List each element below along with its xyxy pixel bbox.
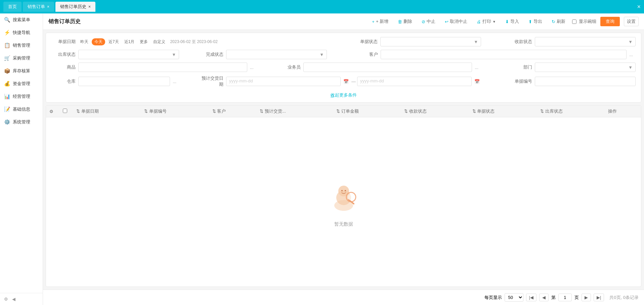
sidebar-item-search-menu[interactable]: 🔍 搜索菜单 xyxy=(0,13,43,26)
collapse-more-btn[interactable]: △ 收起更多条件 xyxy=(51,91,636,98)
warehouse-ellipsis[interactable]: ... xyxy=(170,79,179,84)
department-select[interactable]: ▼ xyxy=(535,63,636,72)
add-button[interactable]: + + 新增 xyxy=(369,17,391,26)
export-icon: ⬆ xyxy=(528,19,532,24)
cancel-stop-button[interactable]: ↩ 取消中止 xyxy=(442,17,470,26)
salesperson-label: 业务员 xyxy=(276,64,303,70)
close-tab-sales-order-history[interactable]: × xyxy=(88,4,91,9)
search-icon: 🔍 xyxy=(4,17,10,23)
display-columns-checkbox[interactable]: 显示碗细 xyxy=(572,18,596,25)
tab-home[interactable]: 首页 xyxy=(3,2,22,12)
sidebar-item-inventory[interactable]: 📦 库存核算 xyxy=(0,65,43,77)
order-status-select[interactable]: ▼ xyxy=(380,37,481,46)
last-page-btn[interactable]: ▶| xyxy=(594,294,604,301)
cart-icon: 🛒 xyxy=(4,55,10,61)
table-settings-icon[interactable]: ⚙ xyxy=(49,109,53,114)
cancel-stop-icon: ↩ xyxy=(445,19,448,24)
th-receipt-status: ⇅ 收款状态 xyxy=(401,106,469,117)
print-icon: 🖨 xyxy=(477,19,481,24)
query-button[interactable]: 查询 xyxy=(600,17,620,26)
receipt-status-chevron: ▼ xyxy=(628,39,633,44)
empty-icon-wrapper xyxy=(324,177,364,217)
sidebar-item-finance[interactable]: 💰 资金管理 xyxy=(0,77,43,90)
date-today[interactable]: 今天 xyxy=(92,38,105,45)
order-number-input[interactable] xyxy=(535,77,636,86)
settings-button[interactable]: 设置 xyxy=(624,17,639,26)
outbound-status-label: 出库状态 xyxy=(51,51,78,58)
window-close-btn[interactable]: × xyxy=(637,3,641,10)
filter-row-2: 出库状态 ▼ 完成状态 ▼ 客户 ... xyxy=(51,50,636,59)
date-filter-control: 昨天 今天 近7天 近1月 更多 自定义 2023-06-02 至 2023-0… xyxy=(78,38,313,45)
next-page-btn[interactable]: ▶ xyxy=(582,294,591,301)
date-shortcuts: 昨天 今天 近7天 近1月 更多 自定义 xyxy=(78,38,167,45)
refresh-button[interactable]: ↻ 刷新 xyxy=(549,17,568,26)
document-icon: 📝 xyxy=(4,106,10,112)
sidebar-item-operations[interactable]: 📊 经营管理 xyxy=(0,90,43,103)
display-columns-input[interactable] xyxy=(572,20,576,24)
completion-status-select[interactable]: ▼ xyxy=(226,50,327,59)
date-more[interactable]: 更多 xyxy=(138,38,150,45)
customer-input[interactable] xyxy=(381,50,627,59)
empty-text: 暂无数据 xyxy=(334,221,353,227)
stop-button[interactable]: ⊘ 中止 xyxy=(419,17,438,26)
filter-row-3: 商品 ... 业务员 ... 部门 ▼ xyxy=(51,63,636,72)
completion-status-chevron: ▼ xyxy=(319,52,324,57)
settings-icon[interactable]: ⚙ xyxy=(4,297,8,302)
salesperson-ellipsis[interactable]: ... xyxy=(472,65,481,70)
date-label: 单据日期 xyxy=(51,39,78,45)
sidebar-item-basic-info[interactable]: 📝 基础信息 xyxy=(0,103,43,116)
delete-button[interactable]: 🗑 删除 xyxy=(395,17,415,26)
empty-state: 暂无数据 xyxy=(46,117,641,287)
calendar-icon-end[interactable]: 📅 xyxy=(473,79,481,84)
date-yesterday[interactable]: 昨天 xyxy=(78,38,90,45)
chart-icon: 📊 xyxy=(4,93,10,100)
add-icon: + xyxy=(372,19,375,24)
date-custom[interactable]: 自定义 xyxy=(151,38,167,45)
warehouse-control: ... xyxy=(78,77,179,86)
refresh-icon: ↻ xyxy=(552,19,555,24)
first-page-btn[interactable]: |◀ xyxy=(526,294,536,301)
import-icon: ⬇ xyxy=(505,19,509,24)
expected-delivery-end[interactable]: yyyy-mm-dd xyxy=(357,77,472,86)
sidebar-item-purchase-mgmt[interactable]: 🛒 采购管理 xyxy=(0,52,43,65)
sidebar-item-quick-nav[interactable]: ⚡ 快捷导航 xyxy=(0,26,43,39)
expected-delivery-label: 预计交货日期 xyxy=(199,75,226,87)
outbound-status-select[interactable]: ▼ xyxy=(78,50,179,59)
department-label: 部门 xyxy=(508,64,535,70)
product-control: ... xyxy=(78,63,256,72)
prev-page-btn[interactable]: ◀ xyxy=(539,294,549,301)
calendar-icon-start[interactable]: 📅 xyxy=(342,79,350,84)
per-page-label: 每页显示 xyxy=(484,295,502,301)
sidebar-item-system-mgmt[interactable]: ⚙️ 系统管理 xyxy=(0,116,43,128)
collapse-sidebar-icon[interactable]: ◀ xyxy=(12,297,15,302)
content-area: 销售订单历史 + + 新增 🗑 删除 ⊘ 中止 ↩ 取消中止 xyxy=(43,13,644,305)
tab-sales-order-history[interactable]: 销售订单历史 × xyxy=(55,2,95,12)
per-page-select[interactable]: 10 20 50 100 xyxy=(505,293,523,302)
expected-delivery-start[interactable]: yyyy-mm-dd xyxy=(226,77,341,86)
product-label: 商品 xyxy=(51,64,78,70)
th-operation: 操作 xyxy=(605,106,641,117)
sidebar-bottom: ⚙ ◀ xyxy=(0,293,43,305)
salesperson-input[interactable] xyxy=(303,63,472,72)
warehouse-input[interactable] xyxy=(78,77,170,86)
date-7days[interactable]: 近7天 xyxy=(106,38,121,45)
receipt-status-label: 收款状态 xyxy=(508,39,535,45)
outbound-status-chevron: ▼ xyxy=(172,52,176,57)
th-customer: ⇅ 客户 xyxy=(209,106,257,117)
receipt-status-select[interactable]: ▼ xyxy=(535,37,636,46)
date-1month[interactable]: 近1月 xyxy=(122,38,137,45)
product-ellipsis[interactable]: ... xyxy=(247,65,256,70)
customer-ellipsis[interactable]: ... xyxy=(627,52,636,57)
tab-sales-order[interactable]: 销售订单 × xyxy=(23,2,54,12)
th-amount: ⇅ 订单金额 xyxy=(333,106,401,117)
order-number-control xyxy=(535,77,636,86)
current-page-input[interactable] xyxy=(558,294,572,301)
export-button[interactable]: ⬆ 导出 xyxy=(526,17,545,26)
close-tab-sales-order[interactable]: × xyxy=(47,4,49,9)
product-input[interactable] xyxy=(78,63,247,72)
sidebar-item-sales-mgmt[interactable]: 📋 销售管理 xyxy=(0,39,43,52)
select-all-checkbox[interactable] xyxy=(63,109,67,113)
print-button[interactable]: 🖨 打印 ▼ xyxy=(474,17,499,26)
import-button[interactable]: ⬇ 导入 xyxy=(503,17,522,26)
customer-control: ... xyxy=(381,50,636,59)
